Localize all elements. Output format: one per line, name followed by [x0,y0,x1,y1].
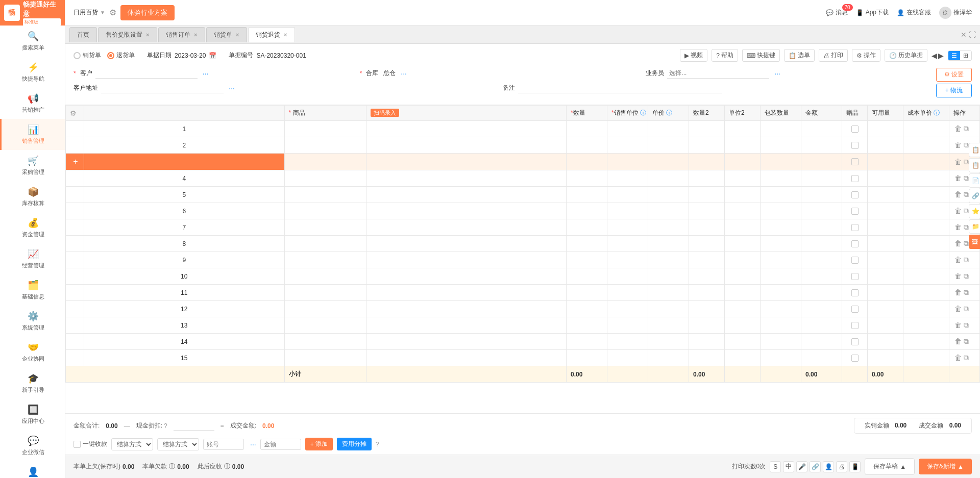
row-pkg-1[interactable] [761,121,801,137]
row-price-1[interactable] [648,121,689,137]
cash-help-icon[interactable]: ? [164,422,167,430]
address-select-icon[interactable]: ··· [229,84,235,92]
gift-checkbox-13[interactable] [851,322,859,329]
gift-checkbox-15[interactable] [851,355,859,362]
copy-icon-12[interactable]: ⧉ [964,305,969,313]
row-gift-3[interactable] [842,154,868,170]
float-btn-6[interactable]: 📁 [969,219,980,234]
delete-icon-12[interactable]: 🗑 [954,305,962,313]
delete-icon-14[interactable]: 🗑 [954,337,962,345]
nav-next-icon[interactable]: ▶ [938,52,944,60]
sidebar-item-quick-nav[interactable]: ⚡ 快捷导航 [0,57,65,88]
tab-maximize-icon[interactable]: ⛶ [969,31,976,39]
gift-checkbox-6[interactable] [851,208,859,215]
customer-select-icon[interactable]: ··· [203,69,209,78]
float-btn-3[interactable]: 📄 [969,173,980,188]
action-history[interactable]: 🕐 历史单据 [885,49,927,62]
calc-method-select[interactable]: 结算方式 [157,438,199,450]
sidebar-item-sales[interactable]: 📊 销售管理 [0,119,65,150]
delete-icon-5[interactable]: 🗑 [954,190,962,198]
delete-icon-11[interactable]: 🗑 [954,288,962,296]
payment-method-select[interactable]: 结算方式 [111,438,153,450]
sidebar-item-system[interactable]: ⚙️ 系统管理 [0,306,65,337]
equals-icon[interactable]: = [220,422,224,430]
copy-icon-8[interactable]: ⧉ [964,239,969,247]
tab-sales-delivery[interactable]: 销货单 ✕ [206,27,247,42]
action-video[interactable]: ▶ 视频 [680,49,707,62]
gift-checkbox-5[interactable] [851,191,859,198]
sidebar-item-apps[interactable]: 🔲 应用中心 [0,399,65,430]
gift-checkbox-7[interactable] [851,224,859,231]
float-btn-2[interactable]: 📋 [969,158,980,172]
row-qty2-3[interactable] [689,154,725,170]
expense-help-icon[interactable]: ? [376,441,379,448]
row-gift-2[interactable] [842,137,868,154]
row-amount-3[interactable] [801,154,842,170]
row-price-3[interactable] [648,154,689,170]
sidebar-item-marketing[interactable]: 📢 营销推广 [0,88,65,119]
row-qty-3[interactable] [567,154,607,170]
row-qty-1[interactable] [567,121,607,137]
amount-input[interactable] [260,439,301,450]
row-amount-1[interactable] [801,121,842,137]
radio-return[interactable]: 退货单 [107,51,135,60]
gift-checkbox-10[interactable] [851,273,859,280]
copy-icon-15[interactable]: ⧉ [964,354,969,362]
warehouse-select-icon[interactable]: ··· [401,69,407,78]
delete-icon-9[interactable]: 🗑 [954,256,962,264]
row-price-2[interactable] [648,137,689,154]
copy-icon-5[interactable]: ⧉ [964,190,969,198]
sidebar-item-search[interactable]: 🔍 搜索菜单 [0,26,65,57]
toolbar-icon-3[interactable]: 🎤 [796,461,807,472]
sidebar-item-guide[interactable]: 🎓 新手引导 [0,368,65,399]
delete-icon-7[interactable]: 🗑 [954,223,962,231]
row-unit-1[interactable] [607,121,648,137]
toolbar-icon-4[interactable]: 🔗 [810,461,821,472]
row-qty2-1[interactable] [689,121,725,137]
account-input[interactable] [203,439,244,450]
trial-button[interactable]: 体验行业方案 [120,5,175,20]
action-select[interactable]: 📋 选单 [784,49,815,62]
copy-icon-10[interactable]: ⧉ [964,272,969,280]
sidebar-item-enterprise[interactable]: 🤝 企业协同 [0,337,65,368]
salesperson-select-icon[interactable]: ··· [774,69,780,78]
tab-sales-order[interactable]: 销售订单 ✕ [158,27,205,42]
toolbar-icon-5[interactable]: 👤 [823,461,834,472]
tab-price-settings[interactable]: 售价提取设置 ✕ [98,27,157,42]
calendar-icon[interactable]: 📅 [209,52,216,59]
copy-icon-13[interactable]: ⧉ [964,321,969,329]
tab-price-settings-close[interactable]: ✕ [145,32,150,38]
save-new-button[interactable]: 保存&新增 ▲ [919,459,972,474]
online-service-link[interactable]: 👤 在线客服 [897,8,931,17]
row-unit2-1[interactable] [725,121,761,137]
row-product-2[interactable] [284,137,366,154]
sidebar-item-member[interactable]: 👤 畅会员 [0,461,65,478]
float-btn-5[interactable]: ⭐ [969,204,980,218]
sidebar-item-operations[interactable]: 📈 经营管理 [0,243,65,274]
tab-sales-delivery-close[interactable]: ✕ [235,32,239,38]
view-list-btn[interactable]: ☰ [948,51,960,60]
gift-checkbox-2[interactable] [851,142,859,149]
delete-icon-10[interactable]: 🗑 [954,272,962,280]
gift-checkbox-9[interactable] [851,257,859,264]
tab-home[interactable]: 首页 [69,27,97,42]
toolbar-icon-7[interactable]: 📱 [849,461,861,472]
message-button[interactable]: 💬 消息 70 [826,8,848,17]
tab-sales-return-close[interactable]: ✕ [283,32,287,38]
topbar-gear-icon[interactable]: ⚙ [109,8,116,17]
row-pkg-2[interactable] [761,137,801,154]
row-qty-2[interactable] [567,137,607,154]
sidebar-item-finance[interactable]: 💰 资金管理 [0,212,65,243]
gift-checkbox-8[interactable] [851,240,859,247]
gift-checkbox-1[interactable] [851,125,859,133]
customer-input[interactable] [95,68,198,79]
toolbar-icon-6[interactable]: 🖨 [836,461,847,472]
gift-checkbox-11[interactable] [851,289,859,296]
row-unit-2[interactable] [607,137,648,154]
float-btn-1[interactable]: 📋 [969,143,980,157]
gift-checkbox-4[interactable] [851,175,859,182]
copy-icon-1[interactable]: ⧉ [964,124,969,133]
copy-icon-4[interactable]: ⧉ [964,174,969,182]
table-gear-icon[interactable]: ⚙ [70,109,77,117]
row-product-3[interactable] [284,154,366,170]
